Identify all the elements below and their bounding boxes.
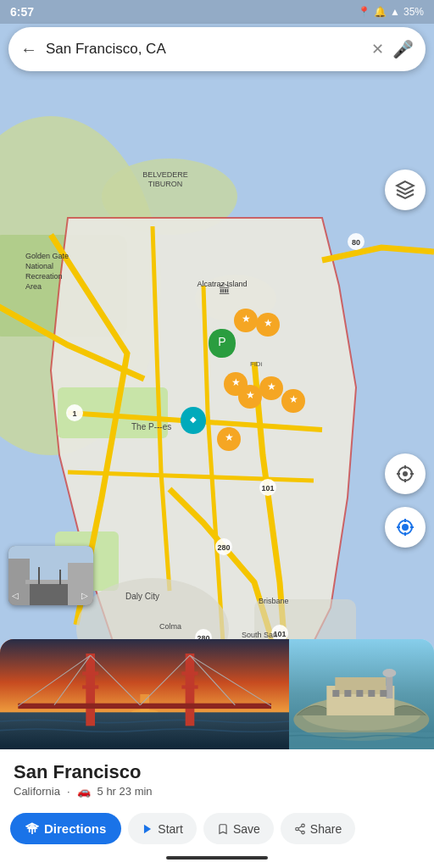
search-query[interactable]: San Francisco, CA <box>46 41 363 58</box>
svg-point-109 <box>302 824 305 827</box>
svg-line-112 <box>298 826 302 827</box>
svg-rect-103 <box>345 690 352 697</box>
wifi-status-icon: ▲ <box>390 6 400 18</box>
drive-icon: 🚗 <box>77 785 91 798</box>
golden-gate-bridge-image <box>0 639 289 749</box>
svg-point-111 <box>302 831 305 834</box>
search-clear-button[interactable]: ✕ <box>371 40 384 58</box>
center-location-icon <box>395 464 415 484</box>
svg-rect-102 <box>333 690 340 697</box>
location-status-icon: 📍 <box>358 6 370 18</box>
search-mic-button[interactable]: 🎤 <box>392 39 414 59</box>
save-button[interactable]: Save <box>203 813 274 844</box>
svg-rect-92 <box>82 685 98 688</box>
back-button[interactable]: ← <box>20 40 37 59</box>
action-buttons-row: Directions Start Save Share <box>0 806 434 853</box>
svg-rect-75 <box>59 570 61 585</box>
place-state: California <box>14 785 60 798</box>
place-name: San Francisco <box>14 761 420 783</box>
alcatraz-photo[interactable] <box>289 639 434 749</box>
svg-point-101 <box>383 669 397 677</box>
photos-row[interactable] <box>0 639 434 749</box>
battery-text: 35% <box>403 6 424 18</box>
save-label: Save <box>233 822 260 836</box>
svg-point-57 <box>403 471 408 476</box>
layers-icon <box>395 180 415 200</box>
svg-rect-83 <box>186 654 195 726</box>
start-button[interactable]: Start <box>128 813 197 844</box>
svg-line-113 <box>298 829 302 831</box>
svg-rect-104 <box>357 690 364 697</box>
map-layers-button[interactable] <box>385 170 426 210</box>
place-subtitle: California · 🚗 5 hr 23 min <box>14 785 420 798</box>
my-location-button[interactable] <box>385 507 426 548</box>
street-view-image: ◁ ▷ <box>8 546 93 605</box>
save-icon <box>217 823 229 835</box>
bell-status-icon: 🔔 <box>374 6 387 18</box>
svg-rect-82 <box>86 654 95 726</box>
svg-rect-107 <box>289 732 434 749</box>
status-time: 6:57 <box>10 5 34 19</box>
share-button[interactable]: Share <box>281 813 355 844</box>
directions-label: Directions <box>44 821 106 836</box>
alcatraz-image <box>289 639 434 749</box>
share-label: Share <box>310 822 342 836</box>
svg-rect-84 <box>18 704 271 709</box>
svg-marker-108 <box>144 824 151 833</box>
drive-time: 5 hr 23 min <box>97 785 153 798</box>
directions-icon <box>25 822 39 836</box>
status-bar: 6:57 📍 🔔 ▲ 35% <box>0 0 434 24</box>
directions-button[interactable]: Directions <box>10 813 121 844</box>
svg-rect-106 <box>381 690 387 697</box>
svg-point-62 <box>402 524 409 531</box>
svg-rect-94 <box>181 685 198 688</box>
svg-text:◁: ◁ <box>12 591 19 600</box>
svg-rect-91 <box>82 671 98 675</box>
svg-rect-105 <box>369 690 376 697</box>
place-info: San Francisco California · 🚗 5 hr 23 min <box>0 749 434 806</box>
svg-rect-73 <box>25 580 76 584</box>
start-icon <box>142 823 153 835</box>
start-label: Start <box>158 822 183 836</box>
my-location-icon <box>395 517 415 537</box>
svg-text:▷: ▷ <box>81 591 88 600</box>
center-location-button[interactable] <box>385 453 426 494</box>
search-bar[interactable]: ← San Francisco, CA ✕ 🎤 <box>8 27 426 71</box>
svg-point-110 <box>296 827 299 831</box>
svg-rect-74 <box>38 567 40 584</box>
street-view-thumbnail[interactable]: ◁ ▷ <box>8 546 93 605</box>
share-icon <box>294 823 306 835</box>
svg-rect-93 <box>181 671 198 675</box>
golden-gate-photo[interactable] <box>0 639 289 749</box>
status-icons: 📍 🔔 ▲ 35% <box>358 6 424 18</box>
home-indicator <box>166 856 268 860</box>
bottom-panel: San Francisco California · 🚗 5 hr 23 min… <box>0 639 434 868</box>
